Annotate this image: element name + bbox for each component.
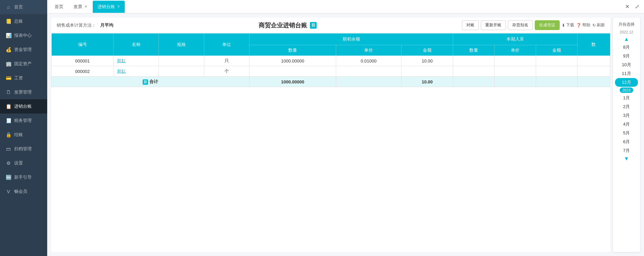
month-panel-year-2022: 2022.12 — [620, 30, 633, 34]
tab-label-invoice-tab: 发票 — [74, 4, 82, 10]
sidebar-item-closing[interactable]: 🔒结账 — [0, 128, 47, 142]
panel-header: 销售成本计算方法： 月平均 商贸企业进销台账 目 对账 重新开账 存货别名 生成… — [51, 18, 610, 33]
name-link[interactable]: 前缸 — [117, 69, 126, 74]
refresh-button[interactable]: ↻ 刷新 — [592, 22, 605, 28]
sidebar-label-payroll: 工资 — [14, 75, 23, 81]
cell-inbound-qty — [453, 56, 494, 66]
cell-total-label: 目合计 — [52, 77, 250, 87]
sidebar-icon-settings: ⚙ — [5, 160, 11, 166]
name-link[interactable]: 前缸 — [117, 58, 126, 63]
sidebar-item-home[interactable]: ⌂首页 — [0, 0, 47, 14]
cell-opening-price: 0.01000 — [336, 56, 401, 66]
month-nav-up[interactable]: ▲ — [623, 35, 630, 43]
month-nav-down[interactable]: ▼ — [623, 155, 630, 162]
cell-unit: 个 — [204, 66, 249, 77]
sidebar-item-ledger[interactable]: 📒总账 — [0, 14, 47, 28]
month-item[interactable]: 9月 — [613, 52, 640, 60]
month-item[interactable]: 3月 — [613, 111, 640, 120]
month-item[interactable]: 1月 — [613, 94, 640, 102]
cell-inbound-amount — [536, 66, 577, 77]
sidebar-label-settings: 设置 — [14, 160, 23, 166]
cell-total-more — [577, 77, 610, 87]
month-item[interactable]: 12月 — [615, 78, 638, 87]
col-spec: 规格 — [159, 33, 204, 56]
tab-invoice-tab[interactable]: 发票✕ — [69, 1, 92, 13]
tab-close-invoice-tab[interactable]: ✕ — [84, 4, 87, 9]
cell-spec — [159, 66, 204, 77]
sidebar-icon-member: V — [5, 189, 11, 194]
maximize-window-button[interactable]: ⤢ — [633, 2, 641, 11]
cell-total-inbound-amount — [536, 77, 577, 87]
cell-code: 000002 — [52, 66, 114, 77]
sidebar-label-member: 畅会员 — [14, 188, 27, 195]
sidebar-icon-guide: 🆕 — [5, 175, 11, 180]
download-icon: ⬇ — [562, 23, 565, 28]
tab-close-inventory-tab[interactable]: ✕ — [117, 4, 120, 9]
sidebar-label-fixed-assets: 固定资产 — [14, 61, 32, 67]
sidebar-label-home: 首页 — [14, 4, 23, 10]
sidebar-icon-closing: 🔒 — [5, 132, 11, 137]
cost-method-value: 月平均 — [100, 22, 113, 28]
sidebar-label-tax: 税务管理 — [14, 118, 32, 124]
month-item[interactable]: 8月 — [613, 43, 640, 52]
sidebar-label-reports: 报表中心 — [14, 32, 32, 39]
month-item[interactable]: 7月 — [613, 146, 640, 155]
sidebar-label-invoice-mgmt: 发票管理 — [14, 89, 32, 95]
sidebar-item-inventory[interactable]: 📋进销台账 — [0, 99, 47, 113]
cell-total-opening-amount: 10.00 — [401, 77, 453, 87]
generate-voucher-button[interactable]: 生成凭证 — [535, 20, 560, 30]
sidebar-item-tax[interactable]: 🧾税务管理 — [0, 113, 47, 128]
month-panel-title: 月份选择 — [617, 20, 636, 29]
sidebar-icon-funds: 💰 — [5, 47, 11, 52]
sidebar-item-fixed-assets[interactable]: 🏢固定资产 — [0, 57, 47, 71]
panel-title: 商贸企业进销台账 — [259, 21, 307, 29]
month-list-2022: 8月9月10月11月12月20231月2月3月4月5月6月7月 — [613, 43, 640, 155]
cell-opening-qty — [250, 66, 336, 77]
sidebar-label-funds: 资金管理 — [14, 47, 32, 53]
year-badge-2023: 2023 — [620, 87, 633, 93]
month-item[interactable]: 11月 — [613, 69, 640, 78]
sidebar: ⌂首页📒总账📊报表中心💰资金管理🏢固定资产💳工资🗒发票管理📋进销台账🧾税务管理🔒… — [0, 0, 47, 256]
month-item[interactable]: 10月 — [613, 60, 640, 69]
table-row: 000002 前缸 个 — [52, 66, 610, 77]
tab-label-home-tab: 首页 — [55, 4, 63, 10]
month-item[interactable]: 6月 — [613, 137, 640, 146]
cell-inbound-qty — [453, 66, 494, 77]
panel-title-icon[interactable]: 目 — [310, 22, 317, 29]
help-icon: ❓ — [576, 23, 581, 28]
sidebar-item-reports[interactable]: 📊报表中心 — [0, 28, 47, 43]
help-button[interactable]: ❓ 帮助 — [576, 22, 590, 28]
sidebar-icon-reports: 📊 — [5, 33, 11, 38]
sidebar-item-member[interactable]: V畅会员 — [0, 184, 47, 199]
sidebar-icon-payroll: 💳 — [5, 75, 11, 81]
total-icon: 目 — [143, 79, 148, 85]
download-button[interactable]: ⬇ 下载 — [562, 22, 574, 28]
tab-inventory-tab[interactable]: 进销台账✕ — [93, 1, 125, 13]
save-alias-button[interactable]: 存货别名 — [508, 20, 533, 30]
month-item[interactable]: 2月 — [613, 102, 640, 111]
cell-inbound-price — [494, 56, 536, 66]
cell-inbound-amount — [536, 56, 577, 66]
col-unit: 单位 — [204, 33, 249, 56]
tab-home-tab[interactable]: 首页 — [50, 1, 68, 13]
cell-name: 前缸 — [114, 56, 159, 66]
cell-total-inbound-qty — [453, 77, 494, 87]
sidebar-item-settings[interactable]: ⚙设置 — [0, 156, 47, 170]
reconcile-button[interactable]: 对账 — [462, 20, 479, 30]
sidebar-icon-inventory: 📋 — [5, 104, 11, 109]
sidebar-item-payroll[interactable]: 💳工资 — [0, 71, 47, 85]
reopen-button[interactable]: 重新开账 — [481, 20, 506, 30]
close-window-button[interactable]: ✕ — [623, 2, 632, 11]
cell-opening-amount — [401, 66, 453, 77]
sidebar-label-archive: 归档管理 — [14, 146, 32, 152]
sidebar-label-inventory: 进销台账 — [14, 103, 32, 109]
cell-name: 前缸 — [114, 66, 159, 77]
month-item[interactable]: 5月 — [613, 129, 640, 137]
month-item[interactable]: 4月 — [613, 120, 640, 129]
sidebar-icon-invoice-mgmt: 🗒 — [5, 89, 11, 95]
sidebar-item-funds[interactable]: 💰资金管理 — [0, 43, 47, 57]
sidebar-item-invoice-mgmt[interactable]: 🗒发票管理 — [0, 85, 47, 99]
sidebar-item-archive[interactable]: 🗃归档管理 — [0, 142, 47, 156]
cell-total-opening-qty: 1000.00000 — [250, 77, 336, 87]
sidebar-item-guide[interactable]: 🆕新手引导 — [0, 170, 47, 184]
